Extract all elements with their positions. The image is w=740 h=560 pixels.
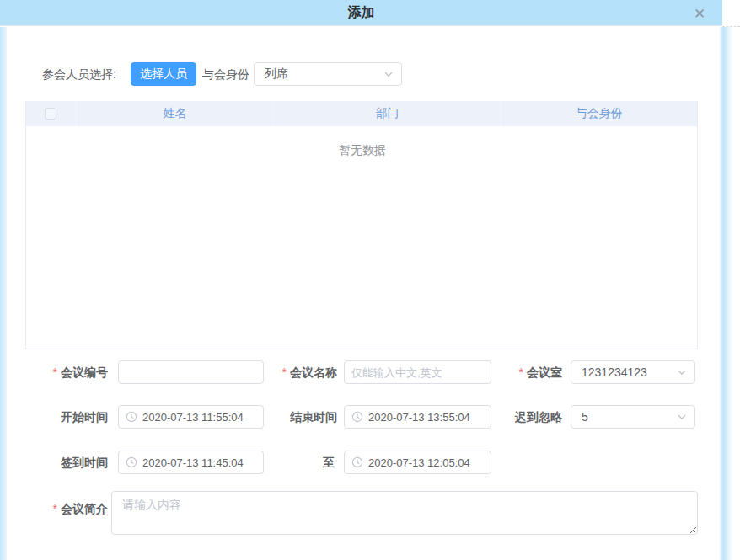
required-mark: * bbox=[53, 502, 57, 515]
dialog-header: 添加 bbox=[0, 0, 722, 26]
intro-textarea[interactable] bbox=[111, 491, 698, 535]
divider-dashed bbox=[722, 26, 740, 27]
meeting-room-label: *会议室 bbox=[501, 360, 562, 384]
end-time-label: 结束时间 bbox=[270, 405, 337, 429]
page-background-right bbox=[719, 27, 733, 560]
clock-icon bbox=[351, 411, 363, 423]
start-time-input[interactable]: 2020-07-13 11:55:04 bbox=[118, 405, 264, 429]
table-header-row: 姓名 部门 与会身份 bbox=[26, 101, 697, 126]
table-header-identity: 与会身份 bbox=[501, 101, 697, 126]
meeting-room-select[interactable]: 1231234123 bbox=[571, 360, 695, 384]
participants-table: 姓名 部门 与会身份 暂无数据 bbox=[25, 101, 698, 349]
start-time-label: 开始时间 bbox=[34, 405, 108, 429]
late-ignore-label: 迟到忽略 bbox=[501, 405, 562, 429]
late-ignore-select[interactable]: 5 bbox=[571, 405, 695, 429]
sign-time-input[interactable]: 2020-07-13 11:45:04 bbox=[118, 451, 264, 474]
required-mark: * bbox=[519, 365, 523, 379]
clock-icon bbox=[351, 456, 363, 468]
chevron-down-icon bbox=[677, 412, 687, 422]
required-mark: * bbox=[282, 365, 287, 379]
table-header-name: 姓名 bbox=[77, 101, 274, 126]
late-ignore-select-value: 5 bbox=[582, 410, 588, 424]
sign-to-label: 至 bbox=[278, 451, 335, 474]
end-time-input[interactable]: 2020-07-13 13:55:04 bbox=[344, 405, 491, 429]
select-personnel-button[interactable]: 选择人员 bbox=[131, 62, 196, 86]
table-header-checkbox-cell bbox=[26, 101, 77, 126]
clock-icon bbox=[126, 456, 137, 468]
meeting-no-input[interactable] bbox=[118, 360, 264, 384]
dialog-title: 添加 bbox=[348, 4, 375, 22]
required-mark: * bbox=[53, 365, 57, 379]
close-icon[interactable]: ✕ bbox=[689, 3, 710, 24]
participant-select-label: 参会人员选择: bbox=[42, 62, 116, 86]
identity-select-value: 列席 bbox=[265, 67, 288, 82]
select-all-checkbox[interactable] bbox=[45, 108, 56, 120]
sign-to-input[interactable]: 2020-07-13 12:05:04 bbox=[344, 451, 491, 474]
clock-icon bbox=[126, 411, 137, 423]
meeting-no-label: *会议编号 bbox=[34, 360, 108, 384]
page-background-left bbox=[0, 27, 7, 560]
meeting-room-select-value: 1231234123 bbox=[582, 365, 647, 379]
intro-label: *会议简介 bbox=[34, 497, 108, 520]
table-empty-text: 暂无数据 bbox=[26, 143, 699, 158]
meeting-name-input[interactable] bbox=[344, 360, 491, 384]
chevron-down-icon bbox=[383, 69, 394, 79]
identity-label: 与会身份 bbox=[202, 62, 249, 86]
identity-select[interactable]: 列席 bbox=[254, 62, 402, 86]
meeting-name-label: *会议名称 bbox=[270, 360, 337, 384]
sign-time-label: 签到时间 bbox=[34, 451, 108, 474]
table-header-department: 部门 bbox=[274, 101, 501, 126]
chevron-down-icon bbox=[677, 367, 687, 377]
